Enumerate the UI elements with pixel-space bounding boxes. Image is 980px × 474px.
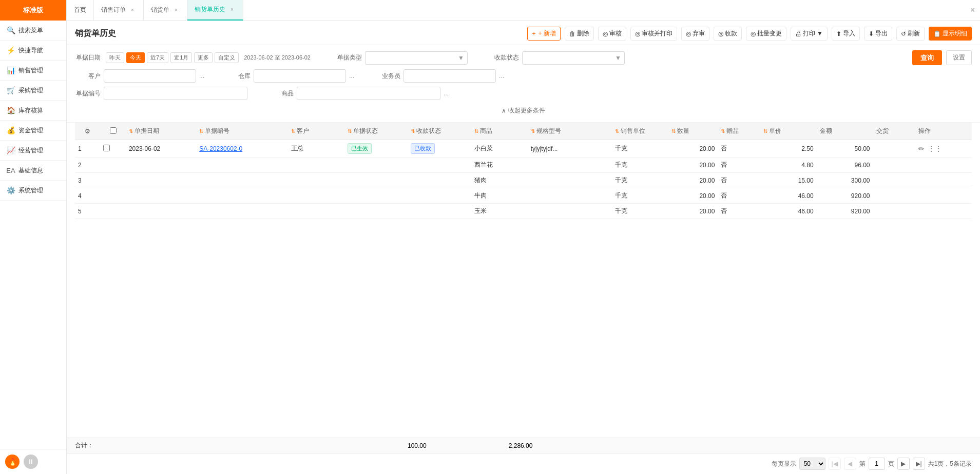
- date-btn-yesterday[interactable]: 昨天: [106, 52, 124, 63]
- abandon-icon: ◎: [686, 30, 691, 37]
- sidebar-item-operations[interactable]: 📈 经营管理: [0, 141, 66, 161]
- docno-input[interactable]: [104, 87, 247, 100]
- sidebar-item-search-menu[interactable]: 🔍 搜索菜单: [0, 21, 66, 41]
- customer-input[interactable]: [104, 69, 196, 83]
- th-pay-status[interactable]: ⇅收款状态: [408, 123, 471, 140]
- cell-checkbox[interactable]: [100, 140, 125, 157]
- cell-docno[interactable]: SA-20230602-0: [196, 140, 288, 157]
- tab-sales-history-close[interactable]: ×: [228, 6, 236, 13]
- salesperson-more-btn[interactable]: ...: [499, 72, 504, 80]
- date-filter-label: 单据日期: [75, 53, 101, 62]
- date-btn-more[interactable]: 更多: [194, 52, 213, 63]
- cell-docno[interactable]: [196, 188, 288, 204]
- select-all-checkbox[interactable]: [110, 127, 117, 134]
- th-gear[interactable]: ⚙: [75, 123, 100, 140]
- tab-sales-goods[interactable]: 销货单 ×: [144, 0, 187, 21]
- date-btn-1month[interactable]: 近1月: [170, 52, 192, 63]
- sidebar-footer-btn1[interactable]: 🔥: [5, 455, 20, 469]
- cell-checkbox[interactable]: [100, 204, 125, 219]
- collapse-filter-btn[interactable]: ∧ 收起更多条件: [75, 104, 972, 117]
- th-date[interactable]: ⇅单据日期: [126, 123, 196, 140]
- refresh-label: 刷新: [908, 29, 920, 38]
- show-detail-button[interactable]: 📋 显示明细: [929, 27, 972, 41]
- tab-home[interactable]: 首页: [67, 0, 94, 21]
- audit-button[interactable]: ◎ 审核: [598, 27, 626, 41]
- goods-input[interactable]: [297, 87, 440, 100]
- more-icon[interactable]: ⋮⋮: [928, 145, 942, 153]
- warehouse-input[interactable]: [254, 69, 346, 83]
- cell-pay-status: [408, 157, 471, 173]
- cell-pay-status: [408, 173, 471, 188]
- per-page-select[interactable]: 50 100 200: [799, 458, 825, 470]
- th-goods[interactable]: ⇅商品: [471, 123, 528, 140]
- th-checkbox[interactable]: [100, 123, 125, 140]
- th-doc-no[interactable]: ⇅单据编号: [196, 123, 288, 140]
- sidebar-item-basic-info[interactable]: EA 基础信息: [0, 161, 66, 181]
- sidebar-item-purchase-mgmt[interactable]: 🛒 采购管理: [0, 81, 66, 101]
- money-icon: 💰: [6, 126, 15, 135]
- refresh-button[interactable]: ↺ 刷新: [896, 27, 925, 41]
- sidebar-item-label: 采购管理: [18, 86, 43, 95]
- tab-sales-order-label: 销售订单: [101, 6, 126, 14]
- page-number-input[interactable]: [869, 458, 885, 470]
- first-page-btn[interactable]: |◀: [829, 458, 841, 470]
- export-button[interactable]: ⬇ 导出: [864, 27, 892, 41]
- cell-date: [126, 157, 196, 173]
- cell-docno[interactable]: [196, 157, 288, 173]
- content-area: 销货单历史 + + 新增 🗑 删除 ◎ 审核 ◎ 审核并打印: [67, 21, 980, 474]
- customer-more-btn[interactable]: ...: [199, 72, 204, 80]
- delete-button[interactable]: 🗑 删除: [565, 27, 594, 41]
- query-button[interactable]: 查询: [912, 50, 942, 65]
- goods-more-btn[interactable]: ...: [444, 90, 449, 97]
- edit-icon[interactable]: ✏: [918, 145, 925, 153]
- setting-button[interactable]: 设置: [946, 50, 972, 65]
- print-button[interactable]: 🖨 打印 ▼: [791, 27, 828, 41]
- date-btn-custom[interactable]: 自定义: [215, 52, 239, 63]
- next-page-btn[interactable]: ▶: [897, 458, 910, 470]
- cell-checkbox[interactable]: [100, 173, 125, 188]
- th-price[interactable]: ⇅单价: [760, 123, 817, 140]
- cell-rownum: 3: [75, 173, 100, 188]
- cell-doc-status: [344, 157, 408, 173]
- cell-docno[interactable]: [196, 173, 288, 188]
- sidebar-footer-btn2[interactable]: ⏸: [24, 455, 38, 469]
- close-all-tabs[interactable]: ×: [965, 6, 980, 15]
- abandon-button[interactable]: ◎ 弃审: [681, 27, 709, 41]
- sidebar-item-finance[interactable]: 💰 资金管理: [0, 121, 66, 141]
- paystatus-select[interactable]: ▼: [522, 51, 625, 65]
- cell-customer: [288, 157, 344, 173]
- cell-price: 4.80: [760, 157, 817, 173]
- add-button[interactable]: + + 新增: [527, 27, 560, 41]
- sidebar-item-inventory[interactable]: 🏠 库存核算: [0, 101, 66, 121]
- tab-sales-order[interactable]: 销售订单 ×: [94, 0, 144, 21]
- table-container: ⚙ ⇅单据日期 ⇅单据编号 ⇅客户 ⇅单据状态 ⇅收款状态 ⇅商品 ⇅规格型号 …: [67, 123, 980, 438]
- th-doc-status[interactable]: ⇅单据状态: [344, 123, 408, 140]
- cell-checkbox[interactable]: [100, 157, 125, 173]
- date-btn-today[interactable]: 今天: [126, 52, 145, 63]
- doctype-select[interactable]: ▼: [365, 51, 468, 65]
- sidebar-item-sys-mgmt[interactable]: ⚙️ 系统管理: [0, 181, 66, 201]
- audit-print-button[interactable]: ◎ 审核并打印: [630, 27, 677, 41]
- last-page-btn[interactable]: ▶|: [913, 458, 925, 470]
- date-btn-7days[interactable]: 近7天: [147, 52, 168, 63]
- prev-page-btn[interactable]: ◀: [844, 458, 856, 470]
- warehouse-more-btn[interactable]: ...: [349, 72, 354, 80]
- salesperson-input[interactable]: [403, 69, 496, 83]
- batch-change-button[interactable]: ◎ 批量变更: [746, 27, 786, 41]
- th-customer[interactable]: ⇅客户: [288, 123, 344, 140]
- docno-filter-label: 单据编号: [75, 89, 101, 98]
- th-unit[interactable]: ⇅销售单位: [612, 123, 668, 140]
- tab-sales-history[interactable]: 销货单历史 ×: [187, 0, 243, 21]
- th-gift[interactable]: ⇅赠品: [718, 123, 760, 140]
- doc-no-link[interactable]: SA-20230602-0: [199, 145, 242, 152]
- th-spec[interactable]: ⇅规格型号: [528, 123, 612, 140]
- cell-docno[interactable]: [196, 204, 288, 219]
- cell-checkbox[interactable]: [100, 188, 125, 204]
- collect-button[interactable]: ◎ 收款: [714, 27, 742, 41]
- tab-sales-goods-close[interactable]: ×: [172, 7, 180, 14]
- th-qty[interactable]: ⇅数量: [668, 123, 718, 140]
- import-button[interactable]: ⬆ 导入: [832, 27, 860, 41]
- sidebar-item-quick-nav[interactable]: ⚡ 快捷导航: [0, 41, 66, 61]
- sidebar-item-sales-mgmt[interactable]: 📊 销售管理: [0, 61, 66, 81]
- tab-sales-order-close[interactable]: ×: [129, 7, 136, 14]
